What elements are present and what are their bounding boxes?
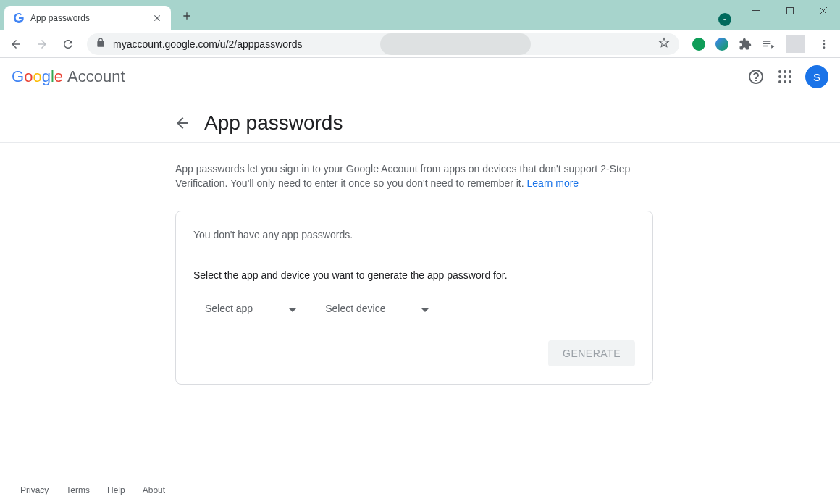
google-header: Google Account S <box>0 58 840 96</box>
back-arrow-icon[interactable] <box>174 114 191 132</box>
apps-grid-icon[interactable] <box>776 68 794 85</box>
no-passwords-text: You don't have any app passwords. <box>193 229 635 240</box>
browser-tab-strip: App passwords <box>0 0 840 30</box>
footer-terms-link[interactable]: Terms <box>66 485 90 495</box>
page-viewport: Google Account S App passwords App passw… <box>0 58 840 504</box>
description-text: App passwords let you sign in to your Go… <box>175 161 653 190</box>
ext-earth-icon[interactable] <box>714 36 730 52</box>
card-footer: GENERATE <box>193 340 635 366</box>
browser-toolbar: myaccount.google.com/u/2/apppasswords <box>0 30 840 58</box>
app-passwords-card: You don't have any app passwords. Select… <box>175 211 653 385</box>
select-app-dropdown[interactable]: Select app <box>205 303 296 314</box>
page-title: App passwords <box>204 112 343 135</box>
extension-icons <box>686 35 810 53</box>
selects-row: Select app Select device <box>193 303 635 314</box>
tab-favicon-icon <box>13 12 25 24</box>
generate-button[interactable]: GENERATE <box>548 340 635 366</box>
instruction-text: Select the app and device you want to ge… <box>193 269 635 281</box>
chevron-down-icon <box>289 305 296 312</box>
svg-point-11 <box>778 80 781 83</box>
browser-menu-button[interactable] <box>812 33 836 56</box>
window-controls <box>740 0 840 22</box>
svg-point-13 <box>789 80 791 83</box>
ext-grammarly-icon[interactable] <box>691 36 707 52</box>
google-account-logo[interactable]: Google Account <box>12 67 125 86</box>
footer-privacy-link[interactable]: Privacy <box>20 485 49 495</box>
svg-point-9 <box>784 75 786 78</box>
help-icon[interactable] <box>747 68 765 85</box>
address-bar[interactable]: myaccount.google.com/u/2/apppasswords <box>87 33 679 55</box>
tab-close-icon[interactable] <box>152 13 162 23</box>
svg-point-12 <box>784 80 786 83</box>
download-badge-icon[interactable] <box>718 13 731 26</box>
select-device-dropdown[interactable]: Select device <box>325 303 429 314</box>
footer-help-link[interactable]: Help <box>107 485 125 495</box>
page-footer: Privacy Terms Help About <box>20 485 165 495</box>
main-content: App passwords let you sign in to your Go… <box>175 161 653 385</box>
nav-back-button[interactable] <box>4 33 28 56</box>
svg-rect-0 <box>752 10 760 11</box>
maximize-button[interactable] <box>773 0 807 22</box>
lock-icon <box>96 38 106 50</box>
footer-about-link[interactable]: About <box>143 485 165 495</box>
minimize-button[interactable] <box>740 0 773 22</box>
title-divider <box>0 142 840 143</box>
bookmark-star-icon[interactable] <box>658 36 671 51</box>
avatar-initial: S <box>813 71 820 83</box>
select-device-label: Select device <box>325 303 385 314</box>
svg-point-7 <box>789 70 791 73</box>
svg-rect-1 <box>786 7 793 14</box>
chevron-down-icon <box>421 305 429 312</box>
address-highlight <box>380 33 531 55</box>
svg-point-8 <box>778 75 781 78</box>
page-title-row: App passwords <box>174 112 840 135</box>
svg-point-4 <box>823 46 826 49</box>
svg-point-3 <box>823 43 826 45</box>
svg-point-2 <box>823 40 826 42</box>
extensions-icon[interactable] <box>737 36 753 52</box>
select-app-label: Select app <box>205 303 253 314</box>
svg-point-10 <box>789 75 791 78</box>
new-tab-button[interactable] <box>178 7 196 25</box>
header-actions: S <box>747 65 828 88</box>
reload-button[interactable] <box>56 33 80 56</box>
nav-forward-button[interactable] <box>30 33 54 56</box>
svg-point-6 <box>784 70 786 73</box>
profile-chip[interactable] <box>786 35 805 53</box>
ext-playlist-icon[interactable] <box>760 36 776 52</box>
tab-title: App passwords <box>30 13 146 23</box>
browser-tab[interactable]: App passwords <box>4 6 171 30</box>
close-window-button[interactable] <box>807 0 840 22</box>
learn-more-link[interactable]: Learn more <box>527 177 579 189</box>
svg-point-5 <box>778 70 781 73</box>
google-logo-text: Google <box>12 67 63 86</box>
account-label: Account <box>67 67 125 86</box>
avatar[interactable]: S <box>805 65 828 88</box>
